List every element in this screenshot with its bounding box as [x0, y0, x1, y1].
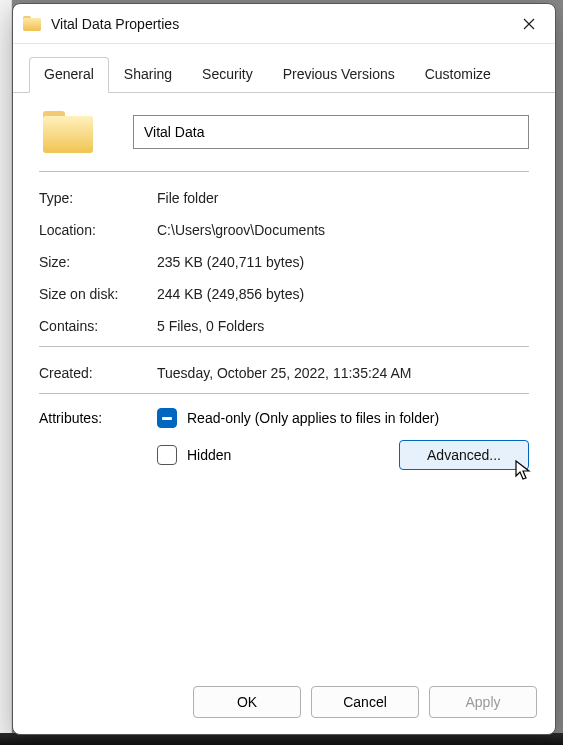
close-icon: [523, 18, 535, 30]
folder-name-input[interactable]: [133, 115, 529, 149]
properties-dialog: Vital Data Properties General Sharing Se…: [12, 3, 556, 735]
advanced-button-label: Advanced...: [427, 447, 501, 463]
size-value: 235 KB (240,711 bytes): [157, 254, 529, 270]
contains-label: Contains:: [39, 318, 157, 334]
tab-previous-versions[interactable]: Previous Versions: [268, 57, 410, 93]
row-size-on-disk: Size on disk: 244 KB (249,856 bytes): [39, 278, 529, 310]
apply-button: Apply: [429, 686, 537, 718]
readonly-checkbox[interactable]: [157, 408, 177, 428]
hidden-label: Hidden: [187, 447, 231, 463]
location-label: Location:: [39, 222, 157, 238]
row-location: Location: C:\Users\groov\Documents: [39, 214, 529, 246]
cursor-icon: [514, 459, 532, 481]
dialog-footer: OK Cancel Apply: [13, 674, 555, 734]
tab-security[interactable]: Security: [187, 57, 268, 93]
tab-strip: General Sharing Security Previous Versio…: [13, 44, 555, 93]
readonly-label: Read-only (Only applies to files in fold…: [187, 410, 439, 426]
location-value: C:\Users\groov\Documents: [157, 222, 529, 238]
row-size: Size: 235 KB (240,711 bytes): [39, 246, 529, 278]
ok-button[interactable]: OK: [193, 686, 301, 718]
tab-customize[interactable]: Customize: [410, 57, 506, 93]
titlebar: Vital Data Properties: [13, 4, 555, 44]
hidden-checkbox[interactable]: [157, 445, 177, 465]
type-value: File folder: [157, 190, 529, 206]
row-attributes: Attributes: Read-only (Only applies to f…: [39, 408, 529, 470]
row-type: Type: File folder: [39, 182, 529, 214]
contains-value: 5 Files, 0 Folders: [157, 318, 529, 334]
tab-sharing[interactable]: Sharing: [109, 57, 187, 93]
close-button[interactable]: [507, 8, 551, 40]
window-title: Vital Data Properties: [51, 16, 507, 32]
attributes-label: Attributes:: [39, 408, 157, 426]
divider: [39, 393, 529, 394]
type-label: Type:: [39, 190, 157, 206]
size-on-disk-label: Size on disk:: [39, 286, 157, 302]
header-row: [39, 105, 529, 167]
advanced-button[interactable]: Advanced...: [399, 440, 529, 470]
folder-icon: [23, 16, 41, 31]
readonly-row: Read-only (Only applies to files in fold…: [157, 408, 529, 428]
divider: [39, 346, 529, 347]
divider: [39, 171, 529, 172]
tab-general[interactable]: General: [29, 57, 109, 93]
tab-body: Type: File folder Location: C:\Users\gro…: [13, 93, 555, 674]
created-label: Created:: [39, 365, 157, 381]
row-created: Created: Tuesday, October 25, 2022, 11:3…: [39, 357, 529, 389]
folder-large-icon: [43, 111, 93, 153]
created-value: Tuesday, October 25, 2022, 11:35:24 AM: [157, 365, 529, 381]
hidden-row: Hidden: [157, 445, 231, 465]
size-label: Size:: [39, 254, 157, 270]
size-on-disk-value: 244 KB (249,856 bytes): [157, 286, 529, 302]
row-contains: Contains: 5 Files, 0 Folders: [39, 310, 529, 342]
cancel-button[interactable]: Cancel: [311, 686, 419, 718]
